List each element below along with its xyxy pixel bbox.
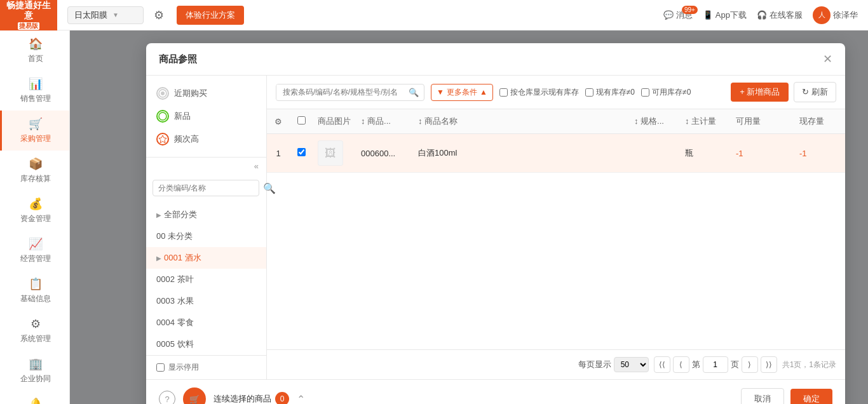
inventory-icon: 📦 [29,157,43,171]
product-search-icon[interactable]: 🔍 [403,84,424,100]
row-select-input[interactable] [297,148,306,156]
page-input[interactable] [703,356,728,373]
confirm-button[interactable]: 确定 [790,389,832,404]
filter-icon: ▼ [437,88,444,97]
online-service-item[interactable]: 🎧 在线客服 [757,10,803,21]
category-search-input[interactable] [153,180,259,196]
row-stock: -1 [794,134,845,173]
sidebar-label-inventory: 库存核算 [20,173,51,184]
nav-item-new[interactable]: 新品 [146,105,266,128]
new-icon [156,110,169,123]
next-page-button[interactable]: ⟩ [742,356,758,373]
sidebar-item-finance[interactable]: 💰 资金管理 [0,191,69,231]
category-label-0004: 0004 零食 [156,317,194,328]
col-header-settings[interactable]: ⚙ [267,109,290,134]
sidebar-item-purchase[interactable]: 🛒 采购管理 [0,111,69,151]
home-icon: 🏠 [29,37,43,51]
footer-collapse-icon[interactable]: ⌃ [297,393,305,405]
category-item-0003[interactable]: 0003 水果 [146,290,266,312]
sidebar-item-system[interactable]: ⚙ 系统管理 [0,311,69,351]
sidebar-item-inventory[interactable]: 📦 库存核算 [0,151,69,191]
show-disabled-checkbox[interactable]: 显示停用 [156,362,256,373]
row-avail: -1 [731,134,794,173]
store-selector[interactable]: 日太阳膜 ▼ [67,6,144,24]
cart-icon: 🛒 [189,394,200,404]
sidebar-item-home[interactable]: 🏠 首页 [0,30,69,71]
left-nav: 近期购买 新品 [146,76,266,158]
first-page-button[interactable]: ⟨⟨ [654,356,670,373]
warehouse-stock-input[interactable] [499,88,508,97]
product-search-row: 🔍 [276,84,424,101]
nav-label-new: 新品 [174,111,191,122]
category-item-0001[interactable]: ▶ 0001 酒水 [146,247,266,269]
col-header-check[interactable] [290,109,313,134]
nav-item-freq[interactable]: 频次高 [146,128,266,151]
nonzero-stock-input[interactable] [585,88,593,97]
help-button[interactable]: ? [159,391,175,404]
cancel-button[interactable]: 取消 [741,388,784,404]
app-download-item[interactable]: 📱 App下载 [703,10,747,21]
filter-label: 更多条件 [447,87,477,98]
available-nonzero-label: 可用库存≠0 [652,87,691,98]
last-page-button[interactable]: ⟩⟩ [761,356,777,373]
settings-icon[interactable]: ⚙ [149,5,169,25]
show-disabled-label: 显示停用 [168,362,199,373]
nav-label-freq: 频次高 [174,133,199,145]
messages-badge: 99+ [682,6,698,14]
table-row[interactable]: 1 🖼 [267,134,845,173]
experience-button[interactable]: 体验行业方案 [177,6,244,25]
product-table: ⚙ 商品图片 [267,109,845,173]
show-disabled-input[interactable] [156,363,165,372]
continuous-select-row[interactable]: 连续选择的商品 0 [214,392,289,404]
modal-title: 商品参照 [159,53,197,65]
add-product-button[interactable]: + 新增商品 [731,83,789,102]
sidebar-item-operations[interactable]: 📈 经营管理 [0,231,69,271]
avatar-initials: 人 [818,10,825,20]
nonzero-stock-checkbox[interactable]: 现有库存≠0 [585,87,635,98]
sidebar-item-sales[interactable]: 📊 销售管理 [0,71,69,111]
user-avatar-item[interactable]: 人 徐泽华 [813,6,858,24]
warehouse-stock-checkbox[interactable]: 按仓库显示现有库存 [499,87,579,98]
app-logo: 畅捷通好生意 捷易版 [0,0,57,30]
collapse-left-button[interactable]: « [146,158,266,175]
prev-page-button[interactable]: ⟨ [673,356,689,373]
sidebar-label-operations: 经营管理 [20,253,51,264]
right-panel: 🔍 ▼ 更多条件 ▲ 按仓库显示现有库存 [267,76,845,379]
modal-close-button[interactable]: ✕ [823,52,832,66]
filter-button[interactable]: ▼ 更多条件 ▲ [431,84,493,101]
category-label-0002: 0002 茶叶 [156,274,194,285]
product-search-input[interactable] [276,84,403,100]
select-all-checkbox[interactable] [297,116,306,125]
col-header-name[interactable]: ↕ 商品名称 [413,109,629,134]
category-item-all[interactable]: ▶ 全部分类 [146,204,266,226]
cart-button[interactable]: 🛒 [183,387,206,404]
footer-left: ? 🛒 连续选择的商品 0 ⌃ [159,387,305,404]
left-panel: 近期购买 新品 [146,76,267,379]
category-item-0005[interactable]: 0005 饮料 [146,333,266,355]
category-item-0002[interactable]: 0002 茶叶 [146,269,266,290]
row-checkbox[interactable] [290,134,313,173]
col-header-spec[interactable]: ↕ 规格... [629,109,680,134]
refresh-button[interactable]: ↻ 刷新 [794,82,836,102]
category-label-0005: 0005 饮料 [156,339,194,350]
sidebar-item-guide[interactable]: 🔔 新手引导 [0,391,69,404]
enterprise-icon: 🏢 [29,357,43,371]
col-header-unit[interactable]: ↕ 主计量 [680,109,731,134]
available-nonzero-input[interactable] [641,88,649,97]
category-item-00[interactable]: 00 未分类 [146,226,266,247]
sidebar-item-enterprise[interactable]: 🏢 企业协同 [0,351,69,391]
messages-item[interactable]: 💬 消息 99+ [663,10,693,21]
selected-count-badge: 0 [275,392,289,404]
toolbar-right: + 新增商品 ↻ 刷新 [731,82,836,102]
nav-item-recent[interactable]: 近期购买 [146,82,266,105]
username: 徐泽华 [833,10,858,21]
svg-marker-3 [159,135,166,143]
category-item-0004[interactable]: 0004 零食 [146,312,266,333]
sidebar-label-enterprise: 企业协同 [20,374,51,384]
logo-sub: 捷易版 [18,22,39,30]
sidebar-item-basic-info[interactable]: 📋 基础信息 [0,271,69,311]
per-page-select[interactable]: 10 20 50 100 [614,357,649,372]
col-header-code[interactable]: ↕ 商品... [356,109,413,134]
available-nonzero-checkbox[interactable]: 可用库存≠0 [641,87,691,98]
sidebar-label-finance: 资金管理 [20,213,51,224]
